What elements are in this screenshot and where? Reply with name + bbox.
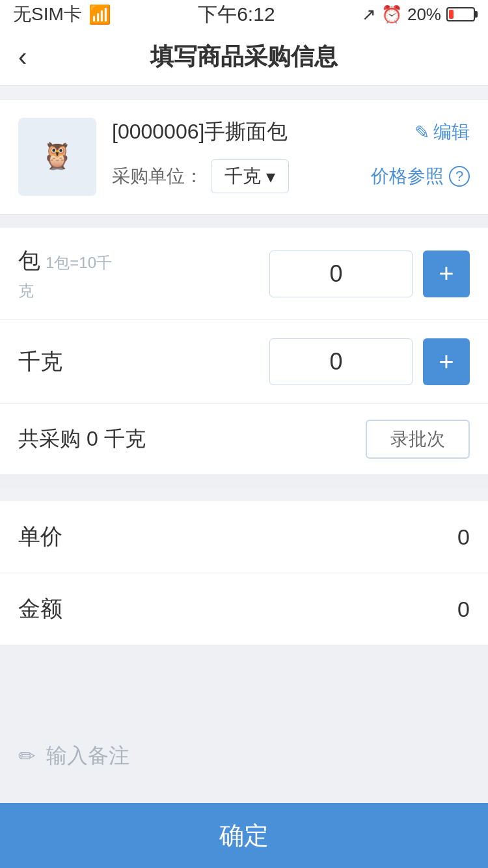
kg-input-wrap: + [122,338,470,385]
summary-row: 共采购 0 千克 录批次 [0,404,488,475]
alarm-icon: ⏰ [381,5,402,25]
kg-quantity-input[interactable] [269,338,413,385]
product-card: 🦉 [0000006]手撕面包 ✎ 编辑 采购单位： 千克 ▾ 价格参照 ? [0,99,488,215]
unit-dropdown-icon: ▾ [266,166,275,187]
status-right: ↗ ⏰ 20% [362,5,475,25]
nav-bar: ‹ 填写商品采购信息 [0,29,488,86]
product-unit-row: 采购单位： 千克 ▾ 价格参照 ? [112,159,470,193]
product-logo-icon: 🦉 [41,141,74,171]
section-divider-1 [0,215,488,228]
section-divider-2 [0,475,488,488]
kg-label: 千克 [18,347,122,377]
bag-input-wrap: + [122,251,470,297]
product-info: [0000006]手撕面包 ✎ 编辑 采购单位： 千克 ▾ 价格参照 ? [112,118,470,193]
price-ref-label: 价格参照 [371,164,444,189]
kg-plus-button[interactable]: + [423,338,470,385]
help-icon: ? [449,166,470,187]
battery-indicator [446,7,475,21]
edit-icon: ✎ [414,122,429,143]
batch-button[interactable]: 录批次 [366,420,470,459]
product-name: [0000006]手撕面包 [112,118,288,146]
status-time: 下午6:12 [198,1,275,28]
wifi-icon: 📶 [88,4,111,25]
unit-price-row: 单价 0 [0,501,488,573]
pencil-icon: ✏ [18,744,36,768]
status-bar: 无SIM卡 📶 下午6:12 ↗ ⏰ 20% [0,0,488,29]
kg-input-row: 千克 + [0,320,488,404]
edit-button[interactable]: ✎ 编辑 [414,120,470,144]
bag-input-row: 包1包=10千克 + [0,228,488,320]
battery-percent: 20% [407,5,441,25]
carrier-label: 无SIM卡 [13,2,82,27]
amount-label: 金额 [18,594,62,624]
unit-value: 千克 [224,164,261,189]
product-image: 🦉 [18,118,96,196]
amount-value: 0 [457,597,470,622]
bag-label: 包1包=10千克 [18,246,122,301]
edit-label: 编辑 [433,120,470,144]
price-section: 单价 0 金额 0 [0,501,488,645]
back-button[interactable]: ‹ [18,42,27,72]
confirm-button[interactable]: 确定 [0,803,488,868]
notes-placeholder: 输入备注 [46,742,129,770]
amount-row: 金额 0 [0,573,488,645]
unit-price-value: 0 [457,524,470,550]
unit-price-label: 单价 [18,522,62,552]
price-ref-button[interactable]: 价格参照 ? [371,164,470,189]
summary-text: 共采购 0 千克 [18,425,146,454]
unit-select[interactable]: 千克 ▾ [211,159,289,193]
product-header: [0000006]手撕面包 ✎ 编辑 [112,118,470,146]
input-section: 包1包=10千克 + 千克 + 共采购 0 千克 录批次 [0,228,488,475]
page-title: 填写商品采购信息 [150,41,338,73]
status-left: 无SIM卡 📶 [13,2,111,27]
unit-label: 采购单位： 千克 ▾ [112,159,289,193]
bag-plus-button[interactable]: + [423,251,470,297]
unit-label-text: 采购单位： [112,164,203,189]
location-icon: ↗ [362,5,376,25]
bag-quantity-input[interactable] [269,251,413,297]
